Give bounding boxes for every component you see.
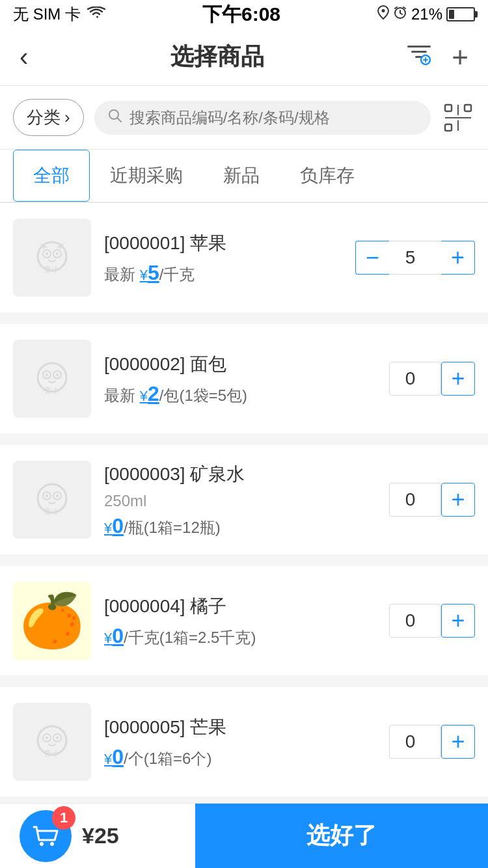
quantity-input[interactable] (389, 362, 441, 396)
battery-percent: 21% (411, 5, 442, 23)
product-price: 最新 ¥5/千克 (104, 261, 342, 285)
back-button[interactable]: ‹ (20, 42, 28, 72)
product-image: 鲁十 (13, 340, 91, 418)
quantity-increase-button[interactable]: + (441, 241, 475, 275)
tab-negative[interactable]: 负库存 (280, 150, 375, 202)
alarm-icon (393, 5, 407, 23)
svg-text:鲁十: 鲁十 (44, 386, 60, 395)
svg-point-0 (381, 9, 385, 12)
battery-icon (446, 7, 475, 21)
list-item: 鲁十 [0000001] 苹果 最新 ¥5/千克 − + (0, 203, 488, 312)
svg-point-43 (40, 842, 44, 846)
quantity-control: + (389, 362, 475, 396)
product-price: ¥0/瓶(1箱=12瓶) (104, 514, 376, 538)
product-info: [0000001] 苹果 最新 ¥5/千克 (104, 231, 342, 285)
svg-text:鲁十: 鲁十 (44, 749, 60, 758)
cart-section: 1 ¥25 (0, 810, 195, 862)
carrier-label: 无 SIM 卡 (13, 4, 81, 25)
product-info: [0000004] 橘子 ¥0/千克(1箱=2.5千克) (104, 594, 376, 648)
tab-all[interactable]: 全部 (13, 150, 90, 202)
quantity-increase-button[interactable]: + (441, 483, 475, 517)
quantity-input[interactable] (389, 241, 441, 275)
price-value: 5 (148, 261, 159, 284)
svg-point-44 (50, 842, 54, 846)
confirm-button[interactable]: 选好了 (195, 804, 488, 869)
product-image: 鲁十 (13, 461, 91, 539)
quantity-control: − + (355, 241, 475, 275)
svg-text:鲁十: 鲁十 (44, 265, 60, 274)
quantity-increase-button[interactable]: + (441, 725, 475, 759)
cart-total: ¥25 (82, 823, 119, 848)
cart-button[interactable]: 1 (20, 810, 72, 862)
currency-symbol: ¥ (104, 520, 112, 536)
list-item: 鲁十 [0000005] 芒果 ¥0/个(1箱=6个) + (0, 687, 488, 796)
price-label: 最新 (104, 387, 135, 404)
svg-point-17 (56, 252, 59, 255)
svg-point-34 (46, 737, 48, 739)
quantity-increase-button[interactable]: + (441, 362, 475, 396)
quantity-input[interactable] (389, 483, 441, 517)
svg-point-29 (56, 495, 59, 497)
list-item: 鲁十 [0000002] 面包 最新 ¥2/包(1袋=5包) + (0, 324, 488, 433)
price-unit: /包(1袋=5包) (159, 387, 247, 404)
product-name: [0000003] 矿泉水 (104, 462, 376, 487)
tab-recent[interactable]: 近期采购 (90, 150, 203, 202)
quantity-input[interactable] (389, 604, 441, 638)
svg-point-16 (46, 252, 48, 255)
product-list: 鲁十 [0000001] 苹果 最新 ¥5/千克 − + (0, 203, 488, 868)
scan-button[interactable] (441, 101, 475, 135)
quantity-decrease-button[interactable]: − (355, 241, 389, 275)
status-bar: 无 SIM 卡 下午6:08 21% (0, 0, 488, 29)
svg-point-23 (56, 373, 59, 376)
list-item: 鲁十 [0000003] 矿泉水 250ml ¥0/瓶(1箱=12瓶) + (0, 445, 488, 554)
product-image: 鲁十 (13, 219, 91, 297)
svg-rect-7 (445, 105, 452, 111)
svg-point-22 (46, 373, 48, 376)
product-name: [0000002] 面包 (104, 352, 376, 377)
price-unit: /千克(1箱=2.5千克) (124, 629, 256, 646)
filter-icon[interactable] (406, 43, 432, 71)
price-unit: /个(1箱=6个) (124, 750, 211, 767)
category-button[interactable]: 分类 › (13, 99, 84, 136)
price-value: 2 (148, 382, 159, 405)
currency-symbol: ¥ (140, 388, 148, 404)
status-right: 21% (377, 5, 475, 23)
search-input[interactable] (129, 109, 418, 127)
product-name: [0000005] 芒果 (104, 715, 376, 740)
wifi-icon (87, 5, 105, 23)
location-icon (377, 5, 389, 23)
product-spec: 250ml (104, 492, 376, 510)
quantity-input[interactable] (389, 725, 441, 759)
svg-text:鲁十: 鲁十 (44, 507, 60, 516)
add-icon[interactable]: + (452, 41, 468, 74)
product-price: ¥0/个(1箱=6个) (104, 745, 376, 769)
nav-bar: ‹ 选择商品 + (0, 29, 488, 86)
price-value: 0 (112, 514, 124, 537)
cart-badge: 1 (52, 806, 75, 830)
product-info: [0000002] 面包 最新 ¥2/包(1袋=5包) (104, 352, 376, 406)
page-title: 选择商品 (170, 41, 264, 73)
price-value: 0 (112, 745, 124, 768)
tab-bar: 全部 近期采购 新品 负库存 (0, 150, 488, 203)
quantity-control: + (389, 604, 475, 638)
svg-rect-8 (465, 105, 471, 111)
product-name: [0000001] 苹果 (104, 231, 342, 256)
category-chevron: › (64, 107, 70, 128)
nav-actions: + (406, 41, 468, 74)
status-time: 下午6:08 (202, 1, 280, 28)
search-bar[interactable] (94, 101, 431, 135)
quantity-increase-button[interactable]: + (441, 604, 475, 638)
bottom-bar: 1 ¥25 选好了 (0, 803, 488, 868)
category-label: 分类 (27, 106, 61, 129)
search-icon (107, 107, 123, 128)
product-info: [0000005] 芒果 ¥0/个(1箱=6个) (104, 715, 376, 769)
product-price: 最新 ¥2/包(1袋=5包) (104, 382, 376, 406)
svg-rect-2 (407, 46, 431, 47)
currency-symbol: ¥ (140, 267, 148, 283)
currency-symbol: ¥ (104, 630, 112, 646)
price-unit: /瓶(1箱=12瓶) (124, 519, 221, 536)
svg-rect-9 (445, 124, 452, 131)
tab-new[interactable]: 新品 (203, 150, 280, 202)
svg-point-28 (46, 495, 48, 497)
status-left: 无 SIM 卡 (13, 4, 105, 25)
